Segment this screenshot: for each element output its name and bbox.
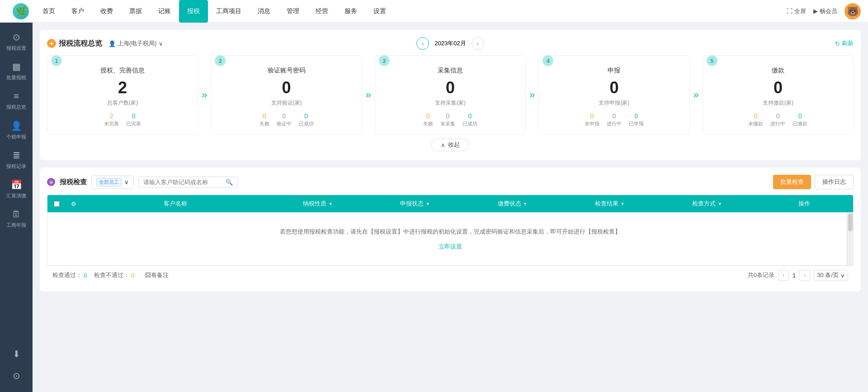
stat-4-0[interactable]: 0 未申报 [585, 112, 599, 127]
stat-4-1[interactable]: 0 进行中 [607, 112, 622, 127]
stat-2-2[interactable]: 0 已成功 [299, 112, 314, 127]
nav-invoice[interactable]: 票据 [121, 0, 150, 23]
scrollbar[interactable] [847, 212, 853, 265]
stat-label-2-1: 验证中 [277, 120, 292, 127]
nav-tax[interactable]: 报税 [179, 0, 208, 23]
step-name-1: 授权、完善信息 [100, 67, 145, 75]
avatar[interactable]: 🐻 [844, 3, 861, 19]
staff-selector[interactable]: 全部员工 ∨ [91, 176, 134, 189]
nav-operation[interactable]: 经营 [307, 0, 336, 23]
per-page-arrow: ∨ [840, 272, 845, 279]
stat-label-1-0: 未完善 [104, 120, 119, 127]
search-icon[interactable]: 🔍 [226, 179, 233, 186]
th-checkbox[interactable] [47, 195, 66, 212]
step-stats-1: 2 未完善 0 已完善 [104, 112, 141, 127]
filter-icon-1[interactable]: ▼ [328, 201, 333, 206]
stat-num-3-1: 0 [446, 112, 450, 120]
stat-3-0[interactable]: 0 失败 [423, 112, 433, 127]
sidebar-item-personal-tax[interactable]: 👤 个税申报 [0, 115, 33, 144]
stat-label-3-1: 未采集 [440, 120, 455, 127]
sidebar-label-reconciliation: 汇算清缴 [6, 193, 26, 199]
stat-2-0[interactable]: 0 失败 [259, 112, 269, 127]
fullscreen-button[interactable]: ⛶ 全屏 [787, 7, 806, 15]
batch-check-button[interactable]: 批量检查 [773, 175, 811, 189]
th-gear[interactable]: ⚙ [66, 195, 82, 212]
taxcheck-panel: ⊕ 报税检查 全部员工 ∨ 🔍 批量检查 操作日志 [40, 167, 861, 292]
avatar-icon: 🐻 [847, 6, 859, 17]
fail-num[interactable]: 0 [131, 272, 134, 279]
next-month-button[interactable]: › [472, 37, 484, 50]
step-card-5: 5 缴款 0 支持缴款(家) 0 未缴款 0 进行中 [703, 55, 854, 135]
fullscreen-icon: ⛶ [787, 8, 793, 14]
sidebar-item-reconciliation[interactable]: 📅 汇算清缴 [0, 174, 33, 203]
sidebar-item-batch-tax[interactable]: ▦ 批量报税 [0, 56, 33, 85]
step-stats-2: 0 失败 0 验证中 0 已成功 [259, 112, 314, 127]
filter-icon-2[interactable]: ▼ [425, 201, 430, 206]
nav-bookkeeping[interactable]: 记账 [150, 0, 179, 23]
stat-4-2[interactable]: 0 已申报 [629, 112, 644, 127]
nav-settings[interactable]: 设置 [365, 0, 394, 23]
step-num-3: 3 [379, 55, 390, 66]
nav-fee[interactable]: 收费 [92, 0, 121, 23]
fail-label: 检查不通过： [94, 271, 129, 279]
nav-customer[interactable]: 客户 [63, 0, 92, 23]
batch-tax-icon: ▦ [10, 60, 23, 73]
sidebar-bottom-settings-button[interactable]: ⊙ [9, 367, 24, 385]
prev-page-button[interactable]: ‹ [778, 270, 789, 281]
empty-text: 若您想使用报税检查功能，请先在【报税设置】中进行报税的初始化设置，完成密码验证和… [280, 226, 621, 238]
stat-5-1[interactable]: 0 进行中 [770, 112, 785, 127]
sidebar-item-tax-overview[interactable]: ≡ 报税总览 [0, 85, 33, 115]
step-sub-3: 支持采集(家) [435, 99, 466, 107]
setup-link[interactable]: 立即设置 [439, 243, 462, 250]
pagination: 共0条记录 ‹ 1 › 30 条/页 ∨ [748, 270, 848, 281]
collapse-button[interactable]: ∧ 收起 [431, 139, 469, 151]
filter-icon-3[interactable]: ▼ [523, 201, 528, 206]
stat-num-3-2: 0 [468, 112, 472, 120]
personal-tax-icon: 👤 [10, 120, 23, 132]
step-num-4: 4 [542, 55, 553, 66]
note-label: 囧有备注 [145, 271, 169, 279]
next-page-button[interactable]: › [799, 270, 810, 281]
sidebar-item-annual-report[interactable]: 🗓 工商年报 [0, 203, 33, 233]
per-page-selector[interactable]: 30 条/页 ∨ [814, 270, 848, 281]
stat-5-0[interactable]: 0 未缴款 [748, 112, 763, 127]
prev-month-button[interactable]: ‹ [416, 37, 429, 50]
sidebar-item-tax-records[interactable]: ≣ 报税记录 [0, 144, 33, 174]
nav-home[interactable]: 首页 [34, 0, 63, 23]
nav-industry[interactable]: 工商项目 [208, 0, 250, 23]
collapse-label: 收起 [448, 141, 460, 149]
stat-label-5-2: 已缴款 [793, 120, 807, 127]
nav-service[interactable]: 服务 [336, 0, 365, 23]
collapse-bar: ∧ 收起 [47, 135, 854, 153]
stat-1-1[interactable]: 0 已完善 [126, 112, 141, 127]
pass-num[interactable]: 0 [84, 272, 87, 279]
stat-num-5-1: 0 [776, 112, 780, 120]
location-selector[interactable]: 👤 上海(电子税局) ∨ [108, 39, 163, 48]
top-navigation: 🌿 首页 客户 收费 票据 记账 报税 工商项目 消息 管理 经营 服务 设置 … [0, 0, 868, 23]
search-input[interactable] [143, 179, 223, 186]
stat-5-2[interactable]: 0 已缴款 [793, 112, 807, 127]
vip-button[interactable]: ▶ 畅会员 [813, 7, 837, 15]
operation-log-button[interactable]: 操作日志 [815, 175, 854, 189]
stat-1-0[interactable]: 2 未完善 [104, 112, 119, 127]
annual-report-icon: 🗓 [10, 208, 23, 220]
nav-message[interactable]: 消息 [250, 0, 278, 23]
filter-icon-5[interactable]: ▼ [717, 201, 722, 206]
stat-3-1[interactable]: 0 未采集 [440, 112, 455, 127]
stat-2-1[interactable]: 0 验证中 [277, 112, 292, 127]
stat-num-2-0: 0 [263, 112, 266, 120]
step-sub-1: 总客户数(家) [107, 99, 138, 107]
select-all-checkbox[interactable] [54, 201, 60, 207]
step-bignum-2: 0 [282, 78, 291, 97]
step-bignum-1: 2 [118, 78, 127, 97]
stat-label-5-1: 进行中 [770, 120, 785, 127]
step-stats-4: 0 未申报 0 进行中 0 已申报 [585, 112, 644, 127]
th-check-result: 检查结果 ▼ [561, 195, 658, 212]
stat-3-2[interactable]: 0 已成功 [462, 112, 477, 127]
filter-icon-4[interactable]: ▼ [620, 201, 625, 206]
section-icon: ⊕ [47, 178, 55, 186]
sidebar-item-tax-settings[interactable]: ⊙ 报税设置 [0, 26, 33, 56]
nav-management[interactable]: 管理 [278, 0, 307, 23]
sidebar-download-button[interactable]: ⬇ [9, 345, 24, 363]
refresh-button[interactable]: ↻ 刷新 [835, 39, 854, 48]
